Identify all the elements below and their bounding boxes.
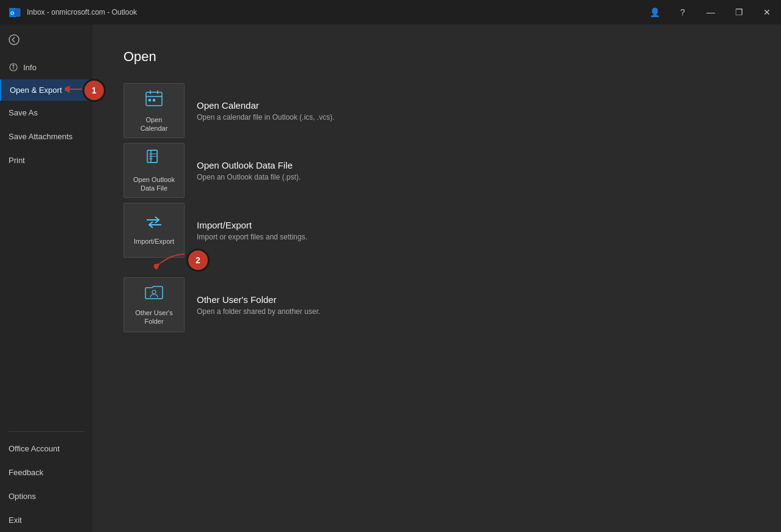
sidebar-item-print[interactable]: Print: [0, 148, 93, 172]
svg-point-3: [9, 35, 19, 45]
open-calendar-card[interactable]: OpenCalendar: [123, 83, 185, 138]
open-calendar-label: OpenCalendar: [141, 115, 168, 133]
options-list: OpenCalendar Open Calendar Open a calend…: [123, 83, 750, 332]
outlook-logo: O: [7, 5, 22, 20]
sidebar-bottom: Office Account Feedback Options Exit: [0, 426, 93, 532]
info-label: Info: [23, 63, 37, 72]
import-export-card[interactable]: Import/Export: [123, 203, 185, 258]
people-button[interactable]: 👤: [640, 0, 669, 24]
data-file-icon: [144, 148, 164, 172]
arrow-1: [65, 84, 83, 97]
option-open-calendar[interactable]: OpenCalendar Open Calendar Open a calend…: [123, 83, 750, 138]
open-data-file-desc: Open an Outlook data file (.pst).: [197, 173, 301, 181]
option-import-export[interactable]: Import/Export Import/Export Import or ex…: [123, 203, 750, 258]
annotation-2-wrapper: 2: [154, 250, 208, 270]
calendar-icon: [144, 89, 164, 112]
sidebar-item-office-account[interactable]: Office Account: [0, 437, 93, 461]
import-export-icon: [144, 215, 164, 233]
open-calendar-title: Open Calendar: [197, 100, 334, 111]
sidebar-item-save-attachments[interactable]: Save Attachments: [0, 125, 93, 148]
sidebar-item-save-as[interactable]: Save As: [0, 101, 93, 125]
annotation-badge-1: 1: [84, 81, 104, 100]
option-open-outlook-data[interactable]: Open OutlookData File Open Outlook Data …: [123, 143, 750, 198]
sidebar-divider: [9, 431, 84, 432]
open-data-file-info: Open Outlook Data File Open an Outlook d…: [197, 160, 301, 181]
restore-button[interactable]: ❐: [725, 0, 753, 24]
open-data-file-card[interactable]: Open OutlookData File: [123, 143, 185, 198]
svg-rect-9: [148, 99, 151, 101]
title-bar: O Inbox - onmicrosoft.com - Outlook 👤 ? …: [0, 0, 781, 24]
back-button[interactable]: [0, 24, 93, 55]
open-data-file-title: Open Outlook Data File: [197, 160, 301, 170]
other-users-folder-card[interactable]: Other User'sFolder: [123, 277, 185, 332]
page-title: Open: [123, 49, 750, 65]
sidebar: Info Open & Export 1 Save As Save Attach…: [0, 24, 93, 532]
window-title: Inbox - onmicrosoft.com - Outlook: [27, 8, 137, 16]
open-calendar-info: Open Calendar Open a calendar file in Ou…: [197, 100, 334, 122]
open-data-file-label: Open OutlookData File: [133, 175, 175, 193]
sidebar-item-options[interactable]: Options: [0, 484, 93, 508]
open-export-wrapper: Open & Export 1: [0, 79, 93, 101]
folder-user-icon: [144, 284, 164, 305]
other-users-folder-desc: Open a folder shared by another user.: [197, 307, 320, 316]
other-users-folder-label: Other User'sFolder: [135, 308, 172, 326]
svg-rect-10: [153, 99, 155, 101]
sidebar-item-feedback[interactable]: Feedback: [0, 461, 93, 484]
import-export-info: Import/Export Import or export files and…: [197, 220, 307, 241]
sidebar-item-exit[interactable]: Exit: [0, 508, 93, 532]
import-export-label: Import/Export: [134, 237, 174, 246]
other-users-folder-title: Other User's Folder: [197, 294, 320, 305]
app-body: Info Open & Export 1 Save As Save Attach…: [0, 24, 781, 532]
close-button[interactable]: ✕: [753, 0, 781, 24]
option-other-users-folder[interactable]: Other User'sFolder Other User's Folder O…: [123, 277, 750, 332]
annotation-badge-2: 2: [188, 250, 208, 270]
import-export-desc: Import or export files and settings.: [197, 233, 307, 241]
svg-point-20: [152, 290, 156, 294]
import-export-title: Import/Export: [197, 220, 307, 230]
help-button[interactable]: ?: [669, 0, 697, 24]
other-users-folder-info: Other User's Folder Open a folder shared…: [197, 294, 320, 316]
minimize-button[interactable]: —: [697, 0, 725, 24]
open-calendar-desc: Open a calendar file in Outlook (.ics, .…: [197, 113, 334, 122]
svg-rect-1: [14, 9, 20, 16]
svg-text:O: O: [10, 10, 14, 16]
sidebar-item-info[interactable]: Info: [0, 55, 93, 79]
window-controls: 👤 ? — ❐ ✕: [640, 0, 781, 24]
main-content: Open OpenCalendar: [93, 24, 781, 532]
badge-1: 1: [84, 81, 104, 100]
option-import-export-wrapper: Import/Export Import/Export Import or ex…: [123, 203, 750, 258]
